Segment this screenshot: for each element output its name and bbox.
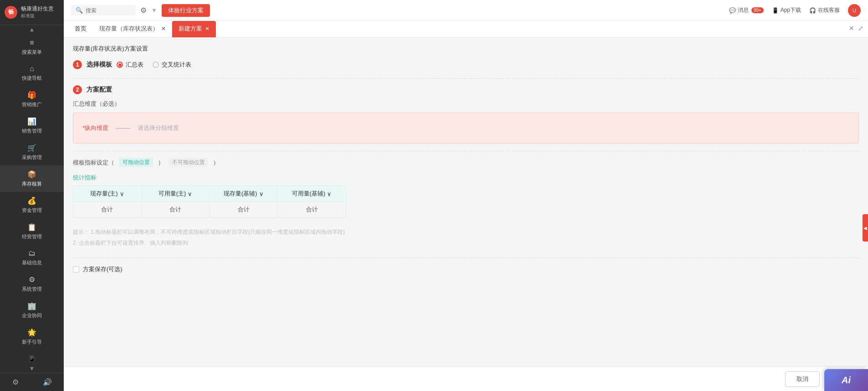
radio-summary[interactable]: 汇总表 — [117, 61, 143, 69]
sidebar-item-label: 资金管理 — [22, 207, 42, 214]
tab-new-scheme-close-icon[interactable]: ✕ — [205, 26, 209, 32]
sidebar-item-label: 基础信息 — [22, 259, 42, 266]
sidebar-sound-icon[interactable]: 🔊 — [43, 378, 52, 386]
sidebar-item-app-center[interactable]: 📱 应用中心 — [0, 350, 64, 364]
hint-section: 提示： 1.拖动标题栏可以调整布局，不可跨维度或指标区域拖动栏目字段(只能在同一… — [73, 226, 859, 248]
indicator-settings-label: 模板指标设定（ 可拖动位置 ） 不可拖动位置 ） — [73, 158, 859, 167]
stats-col-2[interactable]: 可用量(主) ∨ — [142, 186, 210, 201]
sidebar-scroll-up[interactable]: ▲ — [0, 25, 64, 34]
sidebar-item-company[interactable]: 🏢 企业协同 — [0, 297, 64, 324]
stats-col-4[interactable]: 可用量(基辅) ∨ — [278, 186, 346, 201]
stats-cell-4: 合计 — [278, 201, 346, 217]
system-icon: ⚙ — [29, 275, 35, 284]
base-info-icon: 🗂 — [28, 249, 36, 257]
tab-bar: 首页 现存量（库存状况表） ✕ 新建方案 ✕ ✕ ⤢ — [64, 21, 868, 37]
sidebar-item-label: 新手引导 — [22, 339, 42, 345]
stats-col-4-dropdown-icon[interactable]: ∨ — [327, 190, 332, 197]
save-scheme-label: 方案保存(可选) — [83, 265, 123, 273]
sidebar-item-search-menu[interactable]: ≡ 搜索菜单 — [0, 34, 64, 60]
header-settings-icon[interactable]: ⚙ — [140, 6, 147, 15]
app-download-button[interactable]: 📱 App下载 — [772, 6, 801, 14]
stats-col-1[interactable]: 现存量(主) ∨ — [73, 186, 142, 201]
sidebar-item-system[interactable]: ⚙ 系统管理 — [0, 271, 64, 297]
cancel-button[interactable]: 取消 — [785, 371, 820, 387]
stats-col-1-dropdown-icon[interactable]: ∨ — [120, 190, 124, 197]
sidebar-item-label: 采购管理 — [22, 154, 42, 161]
message-label: 消息 — [738, 6, 749, 14]
sidebar-bottom: ⚙ 🔊 — [0, 373, 64, 391]
radio-summary-label: 汇总表 — [126, 61, 143, 69]
app-center-icon: 📱 — [27, 355, 36, 363]
sidebar: 畅 畅康通好生意 标准版 ▲ ≡ 搜索菜单 ⌂ 快捷导航 🎁 营销推广 📊 销售… — [0, 0, 64, 391]
operation-icon: 📋 — [27, 223, 36, 232]
tag-fixed: 不可拖动位置 — [168, 158, 209, 167]
page-title: 现存量(库存状况表)方案设置 — [73, 45, 859, 53]
tab-inventory-status[interactable]: 现存量（库存状况表） ✕ — [93, 21, 172, 37]
online-service-button[interactable]: 🎧 在线客服 — [809, 6, 840, 14]
radio-cross-label: 交叉统计表 — [162, 61, 191, 69]
message-button[interactable]: 💬 消息 99+ — [729, 6, 764, 14]
stats-cell-2: 合计 — [142, 201, 210, 217]
step-1-badge: 1 — [73, 60, 82, 69]
tab-inventory-label: 现存量（库存状况表） — [99, 25, 158, 33]
message-badge: 99+ — [751, 7, 764, 13]
dim-dash: —— — [116, 124, 130, 132]
header-dropdown-icon[interactable]: ▼ — [151, 7, 157, 14]
tab-inventory-close-icon[interactable]: ✕ — [161, 26, 166, 32]
search-menu-icon: ≡ — [30, 39, 34, 47]
sidebar-scroll-down[interactable]: ▼ — [0, 364, 64, 373]
sidebar-item-marketing[interactable]: 🎁 营销推广 — [0, 86, 64, 113]
stats-col-3-dropdown-icon[interactable]: ∨ — [259, 190, 264, 197]
sidebar-item-purchase[interactable]: 🛒 采购管理 — [0, 139, 64, 165]
stats-table: 现存量(主) ∨ 可用量(主) ∨ 现存量(基辅) ∨ — [73, 185, 346, 218]
sidebar-item-inventory[interactable]: 📦 库存核算 — [0, 165, 64, 192]
new-guide-icon: 🌟 — [27, 328, 36, 337]
marketing-icon: 🎁 — [27, 91, 36, 99]
finance-icon: 💰 — [27, 196, 36, 205]
stats-body-row: 合计 合计 合计 合计 — [73, 201, 346, 217]
sidebar-item-sales[interactable]: 📊 销售管理 — [0, 113, 64, 139]
trial-button[interactable]: 体验行业方案 — [162, 4, 210, 17]
user-avatar[interactable]: U — [848, 4, 861, 17]
sidebar-item-operation[interactable]: 📋 经营管理 — [0, 218, 64, 245]
sidebar-item-quick-nav[interactable]: ⌂ 快捷导航 — [0, 60, 64, 86]
logo-icon: 畅 — [5, 6, 17, 19]
indicator-settings-text: 模板指标设定（ — [73, 159, 114, 167]
sidebar-item-label: 营销推广 — [22, 101, 42, 108]
panel-close-icon[interactable]: ✕ — [849, 25, 854, 32]
footer: 取消 查询 — [64, 366, 868, 391]
hint-2: 2. 点击标题栏下拉可设置排序、插入列和删除列 — [73, 237, 859, 248]
stats-col-1-label: 现存量(主) — [90, 190, 118, 198]
right-panel-toggle[interactable]: ◀ — [863, 214, 868, 242]
step-1-title: 选择模板 — [87, 61, 112, 69]
stats-col-3[interactable]: 现存量(基辅) ∨ — [210, 186, 278, 201]
panel-expand-icon[interactable]: ⤢ — [858, 25, 863, 32]
main-area: 🔍 ⚙ ▼ 体验行业方案 💬 消息 99+ 📱 App下载 🎧 在线客服 U — [64, 0, 868, 391]
purchase-icon: 🛒 — [27, 144, 36, 152]
save-scheme-checkbox[interactable] — [73, 266, 79, 273]
radio-cross[interactable]: 交叉统计表 — [153, 61, 191, 69]
inventory-icon: 📦 — [27, 170, 36, 179]
header: 🔍 ⚙ ▼ 体验行业方案 💬 消息 99+ 📱 App下载 🎧 在线客服 U — [64, 0, 868, 21]
search-input[interactable] — [86, 7, 131, 14]
content-area: 现存量(库存状况表)方案设置 1 选择模板 汇总表 交叉统计表 — [64, 37, 868, 366]
tab-panel-controls: ✕ ⤢ — [849, 25, 863, 32]
vertical-dim-text: 纵向维度 — [85, 124, 108, 131]
sidebar-settings-icon[interactable]: ⚙ — [12, 378, 19, 386]
sidebar-item-base-info[interactable]: 🗂 基础信息 — [0, 245, 64, 271]
stats-col-2-dropdown-icon[interactable]: ∨ — [188, 190, 192, 197]
app-name: 畅康通好生意 — [21, 5, 54, 13]
stats-header-row: 现存量(主) ∨ 可用量(主) ∨ 现存量(基辅) ∨ — [73, 186, 346, 201]
sidebar-item-new-guide[interactable]: 🌟 新手引导 — [0, 324, 64, 350]
service-label: 在线客服 — [818, 6, 840, 14]
summary-dim-label: 汇总维度（必选） — [73, 100, 859, 108]
service-icon: 🎧 — [809, 7, 816, 14]
sidebar-item-finance[interactable]: 💰 资金管理 — [0, 192, 64, 218]
tab-home[interactable]: 首页 — [68, 21, 93, 37]
search-icon: 🔍 — [76, 7, 83, 14]
tab-new-scheme[interactable]: 新建方案 ✕ — [172, 21, 216, 37]
stats-cell-3: 合计 — [210, 201, 278, 217]
vertical-dim-area[interactable]: *纵向维度 —— 请选择分组维度 — [73, 113, 859, 144]
sidebar-item-label: 库存核算 — [22, 180, 42, 187]
ai-float-button[interactable]: Ai — [824, 369, 868, 391]
